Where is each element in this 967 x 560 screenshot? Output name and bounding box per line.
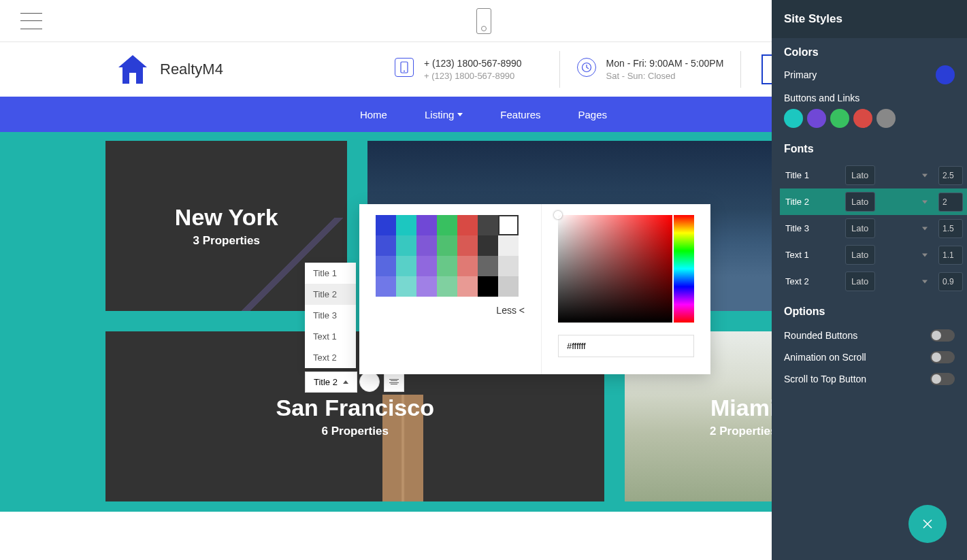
option-animation-label: Animation on Scroll <box>784 352 866 363</box>
color-swatch[interactable] <box>376 235 396 256</box>
button-color-swatch[interactable] <box>784 109 803 128</box>
option-scrolltop-label: Scroll to Top Button <box>784 374 866 384</box>
color-swatch[interactable] <box>437 256 457 276</box>
primary-label: Primary <box>784 69 817 80</box>
text-style-menu: Title 1 Title 2 Title 3 Text 1 Text 2 <box>305 263 356 368</box>
card-subtitle: 3 Properties <box>175 234 278 248</box>
font-label: Title 2 <box>784 197 841 207</box>
panel-title: Site Styles <box>772 0 967 38</box>
card-title: San Francisco <box>276 395 434 421</box>
color-swatch[interactable] <box>396 276 416 297</box>
close-panel-button[interactable] <box>908 505 947 543</box>
nav-listing[interactable]: Listing <box>425 109 463 120</box>
saturation-cursor[interactable] <box>554 211 562 219</box>
brand-text: RealtyM4 <box>160 61 223 78</box>
color-swatch[interactable] <box>498 256 519 276</box>
caret-up-icon <box>343 380 348 384</box>
color-swatch[interactable] <box>376 256 396 276</box>
hamburger-menu-icon[interactable] <box>20 13 42 29</box>
color-swatch[interactable] <box>478 235 498 256</box>
animation-scroll-toggle[interactable] <box>930 351 955 363</box>
close-icon <box>921 517 934 531</box>
color-swatch[interactable] <box>457 276 478 297</box>
scroll-top-toggle[interactable] <box>930 373 955 385</box>
phone-line-1: + (123) 1800-567-8990 <box>424 58 522 69</box>
svg-rect-0 <box>131 63 135 70</box>
button-color-swatch[interactable] <box>830 109 849 128</box>
hex-input[interactable] <box>558 335 694 357</box>
button-color-swatch[interactable] <box>807 109 826 128</box>
font-row: Title 1 Lato <box>780 162 967 188</box>
card-title: Miami <box>710 395 776 421</box>
font-family-select[interactable]: Lato <box>845 192 875 212</box>
mobile-preview-icon[interactable] <box>476 8 491 34</box>
color-swatch[interactable] <box>478 276 498 297</box>
logo-icon <box>116 52 150 86</box>
button-color-swatch[interactable] <box>853 109 872 128</box>
font-family-select[interactable]: Lato <box>845 165 875 185</box>
nav-home[interactable]: Home <box>360 109 387 120</box>
clock-icon <box>577 58 596 77</box>
color-swatch[interactable] <box>416 235 437 256</box>
phone-line-2: + (123) 1800-567-8990 <box>424 71 522 81</box>
hours-line-1: Mon - Fri: 9:00AM - 5:00PM <box>606 58 724 69</box>
style-option-text2[interactable]: Text 2 <box>305 347 356 368</box>
color-swatch[interactable] <box>498 235 519 256</box>
color-swatch[interactable] <box>437 215 457 235</box>
color-swatch[interactable] <box>376 215 396 235</box>
hours-line-2: Sat - Sun: Closed <box>606 71 724 81</box>
align-center-button[interactable] <box>384 372 404 392</box>
font-size-input[interactable] <box>938 193 963 212</box>
hue-slider[interactable] <box>674 215 694 323</box>
font-size-input[interactable] <box>938 272 963 291</box>
svg-point-2 <box>404 71 405 72</box>
color-swatch[interactable] <box>457 215 478 235</box>
style-option-title2[interactable]: Title 2 <box>305 284 356 305</box>
swatch-grid <box>376 215 525 297</box>
font-label: Text 1 <box>784 250 841 260</box>
color-swatch[interactable] <box>416 256 437 276</box>
font-family-select[interactable]: Lato <box>845 271 875 291</box>
color-swatch[interactable] <box>498 215 519 235</box>
color-swatch[interactable] <box>396 256 416 276</box>
color-swatch[interactable] <box>437 235 457 256</box>
phone-block: + (123) 1800-567-8990 + (123) 1800-567-8… <box>378 58 539 81</box>
card-subtitle: 6 Properties <box>276 425 434 438</box>
buttons-links-label: Buttons and Links <box>784 93 955 103</box>
button-color-swatch[interactable] <box>876 109 896 128</box>
color-swatch[interactable] <box>457 235 478 256</box>
font-row: Title 2 Lato <box>780 188 967 215</box>
color-swatch[interactable] <box>416 276 437 297</box>
color-swatch[interactable] <box>396 235 416 256</box>
text-style-selector[interactable]: Title 2 <box>305 372 357 393</box>
font-size-input[interactable] <box>938 246 963 265</box>
font-family-select[interactable]: Lato <box>845 218 875 238</box>
style-option-title1[interactable]: Title 1 <box>305 263 356 284</box>
color-swatch[interactable] <box>416 215 437 235</box>
font-family-select[interactable]: Lato <box>845 245 875 265</box>
option-rounded-label: Rounded Buttons <box>784 330 857 341</box>
style-option-title3[interactable]: Title 3 <box>305 305 356 326</box>
brand-block: RealtyM4 <box>116 52 223 86</box>
style-option-text1[interactable]: Text 1 <box>305 326 356 347</box>
color-swatch[interactable] <box>478 256 498 276</box>
font-size-input[interactable] <box>938 219 963 238</box>
nav-pages[interactable]: Pages <box>578 109 608 120</box>
color-button[interactable] <box>359 372 380 392</box>
card-subtitle: 2 Properties <box>710 425 776 438</box>
font-label: Text 2 <box>784 276 841 286</box>
color-swatch[interactable] <box>437 276 457 297</box>
color-swatch[interactable] <box>396 215 416 235</box>
phone-icon <box>395 58 414 77</box>
color-swatch[interactable] <box>376 276 396 297</box>
saturation-area[interactable] <box>558 215 672 323</box>
primary-color-swatch[interactable] <box>936 65 955 84</box>
color-swatch[interactable] <box>478 215 498 235</box>
color-swatch[interactable] <box>498 276 519 297</box>
rounded-buttons-toggle[interactable] <box>930 329 955 342</box>
button-color-swatches <box>784 109 955 128</box>
color-swatch[interactable] <box>457 256 478 276</box>
less-button[interactable]: Less < <box>376 305 525 316</box>
font-size-input[interactable] <box>938 166 963 185</box>
nav-features[interactable]: Features <box>500 109 540 120</box>
